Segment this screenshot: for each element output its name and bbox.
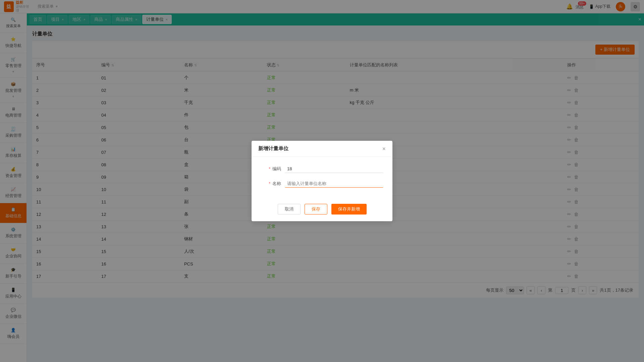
name-input[interactable] xyxy=(285,180,383,188)
modal-header: 新增计量单位 × xyxy=(252,141,392,157)
form-name-label-text: 名称 xyxy=(272,181,281,186)
required-mark-name: * xyxy=(269,181,270,186)
modal-body: * 编码 * 名称 xyxy=(252,157,392,200)
form-name-label: * 名称 xyxy=(261,181,281,187)
form-code-label-text: 编码 xyxy=(272,166,281,171)
form-code-label: * 编码 xyxy=(261,166,281,172)
modal-footer: 取消 保存 保存并新增 xyxy=(252,200,392,221)
modal-title: 新增计量单位 xyxy=(258,145,288,152)
add-unit-modal: 新增计量单位 × * 编码 * 名称 取消 保存 保存并新增 xyxy=(252,141,392,221)
save-new-button[interactable]: 保存并新增 xyxy=(331,204,367,215)
save-button[interactable]: 保存 xyxy=(305,204,327,215)
code-input[interactable] xyxy=(285,165,383,173)
required-mark-code: * xyxy=(269,166,270,171)
modal-overlay[interactable]: 新增计量单位 × * 编码 * 名称 取消 保存 保存并新增 xyxy=(0,0,644,362)
form-row-name: * 名称 xyxy=(261,180,383,188)
form-row-code: * 编码 xyxy=(261,165,383,173)
modal-close-button[interactable]: × xyxy=(382,146,386,152)
cancel-button[interactable]: 取消 xyxy=(278,204,301,215)
